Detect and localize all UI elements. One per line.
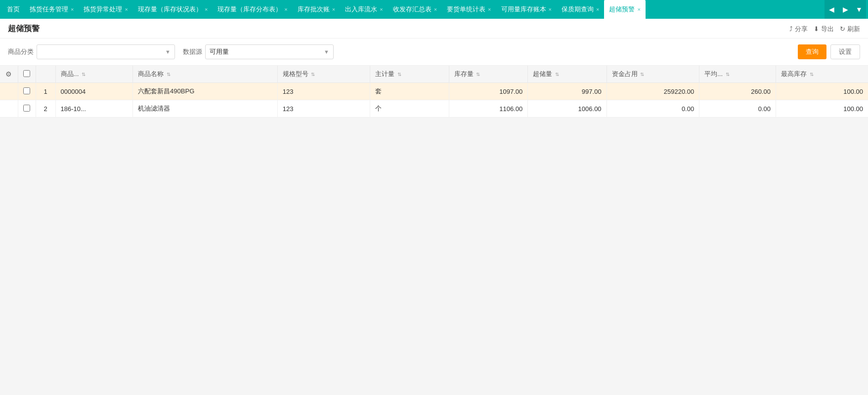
th-gear[interactable]: ⚙: [0, 66, 18, 83]
table-row: 10000004六配套新昌490BPG123套1097.00997.002592…: [0, 83, 868, 100]
nav-item-stock-batch[interactable]: 库存批次账×: [293, 0, 340, 19]
nav-item-recv-summary[interactable]: 收发存汇总表×: [388, 0, 442, 19]
refresh-button[interactable]: ↻ 刷新: [840, 25, 860, 34]
td-capital: 0.00: [607, 100, 699, 118]
th-stock[interactable]: 库存量 ⇅: [449, 66, 527, 83]
nav-item-close[interactable]: ×: [380, 6, 383, 12]
td-avg: 0.00: [699, 100, 776, 118]
nav-item-abnormal[interactable]: 拣货异常处理×: [79, 0, 132, 19]
nav-item-label: 现存量（库存分布表）: [217, 5, 282, 14]
nav-item-inout-flow[interactable]: 出入库流水×: [340, 0, 388, 19]
datasource-select-arrow: ▼: [324, 49, 329, 55]
nav-item-label: 收发存汇总表: [393, 5, 432, 14]
row-checkbox[interactable]: [23, 87, 30, 94]
td-row-gear: [0, 83, 18, 100]
nav-item-close[interactable]: ×: [71, 6, 74, 12]
td-product-code: 186-10...: [55, 100, 133, 118]
nav-item-label: 要货单统计表: [447, 5, 485, 14]
nav-item-label: 超储预警: [609, 5, 635, 14]
nav-item-close[interactable]: ×: [125, 6, 128, 12]
sort-capital-icon: ⇅: [640, 72, 644, 77]
page-actions: ⤴ 分享 ⬇ 导出 ↻ 刷新: [789, 25, 860, 34]
category-select[interactable]: ▼: [37, 44, 175, 59]
nav-item-stock-status[interactable]: 现存量（库存状况表）×: [133, 0, 213, 19]
td-product-name: 机油滤清器: [133, 100, 278, 118]
table-header-row: ⚙ 商品... ⇅ 商品名称 ⇅ 规格型号: [0, 66, 868, 83]
th-product-code[interactable]: 商品... ⇅: [55, 66, 133, 83]
sort-stock-icon: ⇅: [476, 72, 480, 77]
share-icon: ⤴: [789, 25, 793, 33]
nav-item-overstock[interactable]: 超储预警×: [604, 0, 645, 19]
nav-item-avail-stock[interactable]: 可用量库存账本×: [496, 0, 557, 19]
nav-item-label: 首页: [7, 5, 20, 14]
page-title: 超储预警: [8, 24, 40, 34]
nav-more-arrow[interactable]: ▼: [852, 0, 866, 19]
nav-item-label: 保质期查询: [562, 5, 594, 14]
td-unit: 个: [370, 100, 449, 118]
filter-actions: 查询 设置: [798, 44, 860, 59]
category-select-arrow: ▼: [165, 49, 171, 55]
nav-item-label: 现存量（库存状况表）: [138, 5, 202, 14]
td-stock: 1097.00: [449, 83, 527, 100]
share-button[interactable]: ⤴ 分享: [789, 25, 808, 34]
gear-icon[interactable]: ⚙: [5, 70, 12, 78]
td-spec: 123: [277, 100, 370, 118]
th-unit[interactable]: 主计量 ⇅: [370, 66, 449, 83]
td-unit: 套: [370, 83, 449, 100]
th-checkbox[interactable]: [18, 66, 36, 83]
nav-item-task-mgmt[interactable]: 拣货任务管理×: [25, 0, 79, 19]
td-row-gear: [0, 100, 18, 118]
td-product-name: 六配套新昌490BPG: [133, 83, 278, 100]
td-row-checkbox: [18, 83, 36, 100]
nav-item-order-stat[interactable]: 要货单统计表×: [442, 0, 496, 19]
th-capital[interactable]: 资金占用 ⇅: [607, 66, 699, 83]
nav-item-close[interactable]: ×: [596, 6, 599, 12]
select-all-checkbox[interactable]: [23, 70, 30, 77]
td-capital: 259220.00: [607, 83, 699, 100]
nav-item-home[interactable]: 首页: [2, 0, 25, 19]
th-max-stock[interactable]: 最高库存 ⇅: [776, 66, 868, 83]
settings-button[interactable]: 设置: [830, 44, 860, 59]
th-product-name[interactable]: 商品名称 ⇅: [133, 66, 278, 83]
td-stock: 1106.00: [449, 100, 527, 118]
nav-item-close[interactable]: ×: [434, 6, 437, 12]
th-avg[interactable]: 平均... ⇅: [699, 66, 776, 83]
category-filter-group: 商品分类 ▼: [8, 44, 175, 59]
td-row-num: 2: [36, 100, 55, 118]
th-num: [36, 66, 55, 83]
nav-arrows: ◀ ▶ ▼: [825, 0, 866, 19]
category-label: 商品分类: [8, 47, 34, 56]
datasource-select[interactable]: 可用量 ▼: [205, 44, 334, 59]
nav-item-close[interactable]: ×: [205, 6, 208, 12]
sort-unit-icon: ⇅: [397, 72, 401, 77]
export-button[interactable]: ⬇ 导出: [814, 25, 834, 34]
datasource-filter-group: 数据源 可用量 ▼: [183, 44, 334, 59]
sort-product-name-icon: ⇅: [167, 72, 171, 77]
nav-item-close[interactable]: ×: [284, 6, 287, 12]
nav-item-close[interactable]: ×: [332, 6, 335, 12]
td-spec: 123: [277, 83, 370, 100]
nav-item-close[interactable]: ×: [488, 6, 491, 12]
sort-product-code-icon: ⇅: [82, 72, 86, 77]
th-overstock[interactable]: 超储量 ⇅: [528, 66, 607, 83]
th-spec[interactable]: 规格型号 ⇅: [277, 66, 370, 83]
td-overstock: 1006.00: [528, 100, 607, 118]
nav-left-arrow[interactable]: ◀: [825, 0, 838, 19]
nav-item-quality[interactable]: 保质期查询×: [557, 0, 604, 19]
nav-item-label: 拣货异常处理: [84, 5, 122, 14]
data-table-wrap: ⚙ 商品... ⇅ 商品名称 ⇅ 规格型号: [0, 66, 868, 118]
td-overstock: 997.00: [528, 83, 607, 100]
nav-item-stock-dist[interactable]: 现存量（库存分布表）×: [213, 0, 292, 19]
sort-max-stock-icon: ⇅: [810, 72, 814, 77]
data-table: ⚙ 商品... ⇅ 商品名称 ⇅ 规格型号: [0, 66, 868, 118]
table-row: 2186-10...机油滤清器123个1106.001006.000.000.0…: [0, 100, 868, 118]
td-row-num: 1: [36, 83, 55, 100]
query-button[interactable]: 查询: [798, 44, 826, 59]
nav-item-close[interactable]: ×: [637, 6, 640, 12]
row-checkbox[interactable]: [23, 105, 30, 112]
nav-item-close[interactable]: ×: [549, 6, 552, 12]
nav-right-arrow[interactable]: ▶: [838, 0, 852, 19]
export-icon: ⬇: [814, 25, 819, 33]
sort-avg-icon: ⇅: [726, 72, 730, 77]
td-max-stock: 100.00: [776, 100, 868, 118]
